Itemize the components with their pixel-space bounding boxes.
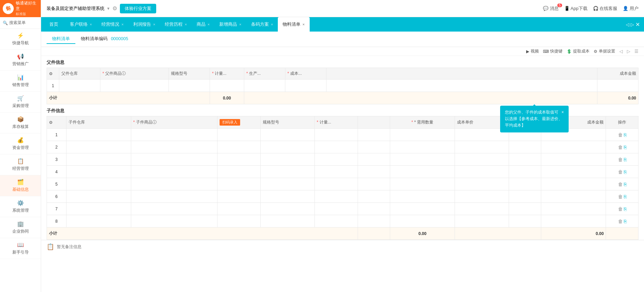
tab-history[interactable]: 经营历程 ×: [160, 17, 191, 32]
extract-cost-btn[interactable]: 💲 提取成本: [567, 48, 590, 54]
child-row-3-amount: [541, 153, 606, 166]
tab-new-product-close[interactable]: ×: [239, 22, 241, 26]
dropdown-icon[interactable]: ▾: [107, 6, 110, 11]
message-label: 消息: [550, 6, 559, 11]
sidebar-item-quick-nav[interactable]: ⚡ 快捷导航: [0, 29, 41, 50]
child-row-3-unit[interactable]: [314, 153, 358, 166]
purchase-label: 采购管理: [12, 103, 29, 109]
child-row-1-qty[interactable]: [390, 129, 455, 141]
tab-bom-close[interactable]: ×: [302, 22, 305, 26]
tab-barcode-close[interactable]: ×: [271, 22, 273, 26]
parent-row-1-unit[interactable]: [210, 80, 244, 92]
child-row-3-warehouse[interactable]: [66, 153, 131, 166]
sidebar-item-finance[interactable]: 💰 资金管理: [0, 133, 41, 154]
parent-row-1-spec[interactable]: [169, 80, 210, 92]
child-row-2-unit[interactable]: [314, 141, 358, 153]
copy-row-7-btn[interactable]: ⎘: [624, 206, 627, 212]
shortcut-btn[interactable]: ⌨ 快捷键: [543, 48, 562, 54]
child-row-1-product[interactable]: [131, 129, 217, 141]
tab-products-close[interactable]: ×: [208, 22, 210, 26]
child-col-settings[interactable]: ⚙: [47, 116, 66, 129]
child-row-2-spec[interactable]: [260, 141, 314, 153]
child-row-1-spec[interactable]: [260, 129, 314, 141]
sidebar-item-basic-info[interactable]: 🗂️ 基础信息: [0, 175, 41, 196]
copy-row-3-btn[interactable]: ⎘: [624, 157, 627, 162]
child-row-3-price[interactable]: [455, 153, 509, 166]
tab-profit-close[interactable]: ×: [153, 22, 155, 26]
child-row-2-product[interactable]: [131, 141, 217, 153]
sidebar-item-operations[interactable]: 📋 经营管理: [0, 154, 41, 175]
copy-row-6-btn[interactable]: ⎘: [624, 194, 627, 199]
copy-row-5-btn[interactable]: ⎘: [624, 182, 627, 187]
tab-nav-prev[interactable]: ◁: [626, 22, 629, 27]
toolbar-menu-icon[interactable]: ☰: [634, 49, 639, 54]
child-row-1-unit[interactable]: [314, 129, 358, 141]
parent-row-1-product[interactable]: [100, 80, 169, 92]
delete-row-4-btn[interactable]: 🗑: [618, 169, 623, 175]
parent-col-settings[interactable]: ⚙: [47, 68, 59, 80]
tab-products[interactable]: 商品 ×: [192, 17, 214, 32]
toolbar-nav-left[interactable]: ◁: [619, 49, 623, 54]
delete-row-5-btn[interactable]: 🗑: [618, 182, 623, 187]
sidebar-item-sales[interactable]: 📊 销售管理: [0, 71, 41, 92]
sidebar-item-enterprise[interactable]: 🏢 企业协同: [0, 217, 41, 238]
parent-row-1-warehouse[interactable]: [59, 80, 100, 92]
parent-col-amount: 成本金额: [597, 68, 639, 80]
child-col-qty: * * 需用数量: [390, 116, 455, 129]
child-row-2-warehouse[interactable]: [66, 141, 131, 153]
trial-btn[interactable]: 体验行业方案: [120, 4, 156, 13]
parent-row-1-produce[interactable]: [244, 80, 285, 92]
child-row-2-price[interactable]: [455, 141, 509, 153]
tab-close-all[interactable]: ✕: [635, 21, 640, 28]
sidebar-item-guide[interactable]: 📖 新手引导: [0, 238, 41, 259]
online-service-btn[interactable]: 🎧 在线客服: [593, 5, 618, 12]
app-download-btn[interactable]: 📱 App下载: [564, 5, 587, 12]
sidebar-item-system[interactable]: ⚙️ 系统管理: [0, 196, 41, 217]
child-row-3-product[interactable]: [131, 153, 217, 166]
copy-row-8-btn[interactable]: ⎘: [624, 219, 627, 224]
child-row-6-action: 🗑 ⎘: [606, 190, 639, 203]
scan-btn[interactable]: 扫码录入: [220, 119, 240, 126]
tab-operations[interactable]: 经营情况 ×: [97, 17, 128, 32]
tab-customer[interactable]: 客户联络 ×: [65, 17, 97, 32]
tab-bom[interactable]: 物料清单 ×: [278, 17, 309, 32]
delete-row-2-btn[interactable]: 🗑: [618, 144, 623, 150]
video-btn[interactable]: ▶ 视频: [526, 48, 539, 54]
copy-row-1-btn[interactable]: ⎘: [624, 132, 627, 138]
delete-row-6-btn[interactable]: 🗑: [618, 194, 623, 199]
tab-barcode[interactable]: 条码方案 ×: [246, 17, 278, 32]
sub-tab-bom-list[interactable]: 物料清单: [47, 34, 75, 44]
search-menu-item[interactable]: 🔍 搜索菜单: [0, 17, 41, 29]
parent-col-product: * 父件商品ⓘ: [100, 68, 169, 80]
parent-row-1-cost[interactable]: [285, 80, 326, 92]
video-icon: ▶: [526, 49, 529, 54]
delete-row-1-btn[interactable]: 🗑: [618, 132, 623, 138]
child-row-1-warehouse[interactable]: [66, 129, 131, 141]
tab-history-close[interactable]: ×: [185, 22, 187, 26]
delete-row-8-btn[interactable]: 🗑: [618, 219, 623, 224]
sub-tab-bom-code[interactable]: 物料清单编码 0000005: [75, 34, 134, 44]
tab-home[interactable]: 首页: [42, 17, 65, 32]
tab-customer-close[interactable]: ×: [90, 22, 92, 26]
tab-operations-close[interactable]: ×: [121, 22, 123, 26]
child-row-2-qty[interactable]: [390, 141, 455, 153]
toolbar-nav-right[interactable]: ▷: [627, 49, 630, 54]
single-settings-btn[interactable]: ⚙ 单据设置: [594, 48, 615, 54]
child-row-3-qty[interactable]: [390, 153, 455, 166]
copy-row-4-btn[interactable]: ⎘: [624, 169, 627, 175]
child-row-3-spec[interactable]: [260, 153, 314, 166]
sidebar-item-inventory[interactable]: 📦 库存核算: [0, 113, 41, 133]
sidebar-item-purchase[interactable]: 🛒 采购管理: [0, 92, 41, 113]
sidebar-item-marketing[interactable]: 📢 营销推广: [0, 50, 41, 71]
copy-row-2-btn[interactable]: ⎘: [624, 144, 627, 150]
delete-row-3-btn[interactable]: 🗑: [618, 157, 623, 162]
tooltip-close-btn[interactable]: ×: [561, 109, 564, 116]
settings-icon[interactable]: ⚙: [112, 5, 117, 12]
tab-new-product[interactable]: 新增商品 ×: [214, 17, 246, 32]
user-btn[interactable]: 👤 用户: [623, 5, 639, 12]
parent-subtotal-row: 小计 0.00 0.00: [47, 92, 639, 104]
delete-row-7-btn[interactable]: 🗑: [618, 206, 623, 212]
message-btn[interactable]: 💬 5 消息: [543, 5, 559, 12]
tab-profit[interactable]: 利润报告 ×: [128, 17, 160, 32]
tab-nav-next[interactable]: ▷: [631, 22, 634, 27]
